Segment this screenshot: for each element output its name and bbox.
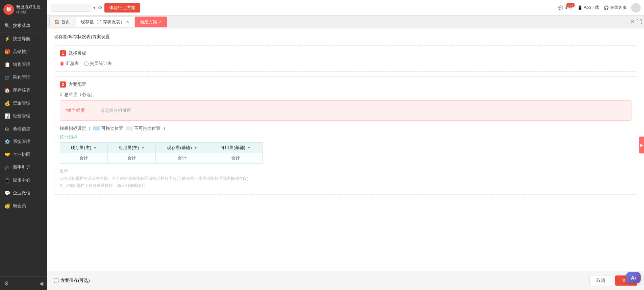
radio-summary-input[interactable] [60, 62, 64, 66]
enterprise-icon: 🤝 [4, 151, 10, 158]
sidebar-item-sales[interactable]: 📋 销售管理 [0, 58, 47, 71]
search-input[interactable] [51, 4, 91, 12]
section1-header: 1 选择模板 [60, 50, 631, 56]
message-button[interactable]: 💬 消息 99+ [558, 5, 573, 10]
sidebar: 畅 畅捷通好生意 标准版 🔍 搜索菜单 ⚡ 快捷导航 🎁 营销推广 📋 销售管理… [0, 0, 47, 290]
col-header-3[interactable]: 可用量(基辅) ▼ [209, 143, 262, 153]
sidebar-item-system[interactable]: ⚙️ 系统管理 [0, 135, 47, 148]
sidebar-item-enterprise[interactable]: 🤝 企业协同 [0, 148, 47, 161]
template-radio-group: 汇总表 交叉统计表 [60, 61, 631, 67]
col3-dropdown-icon[interactable]: ▼ [247, 146, 251, 150]
marketing-icon: 🎁 [4, 49, 10, 55]
tab-new-plan[interactable]: 新建方案 ✕ [135, 17, 167, 27]
draggable-legend-box [93, 126, 100, 130]
top-bar-left: ▾ ⚙ 体验行业方案 [51, 3, 555, 13]
table-row: 合计 合计 合计 合计 [60, 153, 263, 164]
sidebar-item-operations[interactable]: 📊 经营管理 [0, 110, 47, 122]
col-header-1[interactable]: 可用量(主) ▼ [108, 143, 155, 153]
section2-number: 2 [60, 81, 66, 88]
basic-info-icon: 🗂 [4, 126, 10, 132]
radio-cross-input[interactable] [84, 62, 89, 66]
draggable-legend: 可拖动位置 [93, 125, 123, 131]
section-plan-config: 2 方案配置 汇总维度（必选） *纵向维度 —— 请选择分组维度 模板指标设定（… [54, 76, 637, 195]
section1-title: 选择模板 [69, 50, 86, 56]
tab-bar: 🏠 首页 现存量（库存状况表） ✕ 新建方案 ✕ ✕ ⛶ [47, 16, 644, 28]
logo-text: 畅捷通好生意 标准版 [16, 4, 41, 15]
system-icon: ⚙️ [4, 139, 10, 145]
sidebar-item-vip[interactable]: 👑 畅会员 [0, 199, 47, 212]
finance-icon: 💰 [4, 100, 10, 106]
sidebar-item-purchase[interactable]: 🛒 采购管理 [0, 71, 47, 84]
non-draggable-legend-box [126, 126, 133, 130]
inventory-icon: 🏠 [4, 87, 10, 93]
online-service-button[interactable]: 🎧 在线客服 [604, 5, 626, 10]
quick-nav-icon: ⚡ [4, 36, 10, 42]
phone-icon: 📱 [577, 5, 583, 10]
purchase-icon: 🛒 [4, 74, 10, 80]
section2-title: 方案配置 [69, 81, 86, 88]
dimension-placeholder: 请选择分组维度 [100, 107, 131, 114]
col2-dropdown-icon[interactable]: ▼ [194, 146, 198, 150]
dropdown-button[interactable]: ▾ [93, 5, 96, 10]
cell-0-1: 合计 [108, 153, 155, 164]
message-icon: 💬 [558, 5, 563, 10]
top-bar-right: 💬 消息 99+ 📱 App下载 🎧 在线客服 [558, 3, 641, 13]
col-header-2[interactable]: 现存量(基辅) ▼ [155, 143, 209, 153]
settings-icon[interactable]: ⚙ [4, 280, 9, 287]
cell-0-2: 合计 [155, 153, 209, 164]
tab-inventory-status[interactable]: 现存量（库存状况表） ✕ [76, 17, 134, 27]
dimension-box[interactable]: *纵向维度 —— 请选择分组维度 [60, 100, 631, 121]
content-area: 现存量(库存状况表)方案设置 1 选择模板 汇总表 交叉统计表 2 [47, 28, 644, 271]
cell-0-0: 合计 [60, 153, 108, 164]
search-icon: 🔍 [4, 23, 10, 29]
tab-close-new-plan[interactable]: ✕ [159, 20, 162, 24]
wechat-icon: 💬 [4, 190, 10, 196]
sidebar-item-quick-nav[interactable]: ⚡ 快捷导航 [0, 32, 47, 45]
expand-panel-button[interactable]: ⛶ [637, 19, 642, 25]
sidebar-item-marketing[interactable]: 🎁 营销推广 [0, 45, 47, 58]
sales-icon: 📋 [4, 62, 10, 68]
non-draggable-legend: 不可拖动位置 [126, 125, 160, 131]
sidebar-item-app-center[interactable]: 📱 应用中心 [0, 174, 47, 187]
avatar[interactable] [631, 3, 641, 13]
sidebar-item-newbie[interactable]: 🎓 新手引导 [0, 161, 47, 174]
sidebar-item-finance[interactable]: 💰 资金管理 [0, 97, 47, 110]
app-download-button[interactable]: 📱 App下载 [577, 5, 599, 10]
collapse-icon[interactable]: ◀ [39, 280, 43, 287]
radio-cross[interactable]: 交叉统计表 [84, 61, 112, 67]
tab-bar-actions: ✕ ⛶ [630, 19, 642, 25]
service-icon: 🎧 [604, 5, 609, 10]
message-badge: 99+ [566, 3, 575, 7]
save-checkbox[interactable]: 方案保存(可选) [54, 277, 587, 284]
sidebar-item-wechat[interactable]: 💬 企业微信 [0, 187, 47, 199]
col0-dropdown-icon[interactable]: ▼ [93, 146, 97, 150]
tab-home[interactable]: 🏠 首页 [49, 17, 75, 27]
ai-fab[interactable]: Ai [626, 272, 641, 283]
section2-header: 2 方案配置 [60, 81, 631, 88]
close-panel-button[interactable]: ✕ [630, 19, 635, 25]
col-header-0[interactable]: 现存量(主) ▼ [60, 143, 108, 153]
sidebar-logo: 畅 畅捷通好生意 标准版 [0, 0, 47, 19]
radio-summary[interactable]: 汇总表 [60, 61, 79, 67]
operations-icon: 📊 [4, 113, 10, 119]
gear-button[interactable]: ⚙ [98, 4, 102, 11]
sidebar-item-search[interactable]: 🔍 搜索菜单 [0, 19, 47, 32]
industry-button[interactable]: 体验行业方案 [104, 3, 140, 13]
aggregate-label: 汇总维度（必选） [60, 92, 631, 98]
cell-0-3: 合计 [209, 153, 262, 164]
metrics-section: 模板指标设定（ 可拖动位置 不可拖动位置 ） 统计指标 [60, 125, 631, 164]
section-choose-template: 1 选择模板 汇总表 交叉统计表 [54, 45, 637, 72]
metrics-label: 模板指标设定（ 可拖动位置 不可拖动位置 ） [60, 125, 631, 131]
col1-dropdown-icon[interactable]: ▼ [141, 146, 145, 150]
sidebar-item-inventory[interactable]: 🏠 库存核算 [0, 84, 47, 97]
expand-tab[interactable]: ▶ [639, 137, 644, 153]
tab-close-inventory[interactable]: ✕ [126, 20, 129, 24]
cancel-button[interactable]: 取消 [589, 275, 612, 286]
stats-title: 统计指标 [60, 134, 631, 140]
sidebar-footer: ⚙ ◀ [0, 276, 47, 290]
tips-section: 提示： 1.拖动标题栏可以调整布局，不可跨维度或指标区域拖动栏目字段(只能在同一… [60, 168, 631, 190]
sidebar-scroll: 🔍 搜索菜单 ⚡ 快捷导航 🎁 营销推广 📋 销售管理 🛒 采购管理 🏠 库存核… [0, 19, 47, 276]
page-title: 现存量(库存状况表)方案设置 [54, 34, 637, 40]
save-checkbox-input[interactable] [54, 279, 58, 283]
sidebar-item-basic-info[interactable]: 🗂 基础信息 [0, 122, 47, 135]
